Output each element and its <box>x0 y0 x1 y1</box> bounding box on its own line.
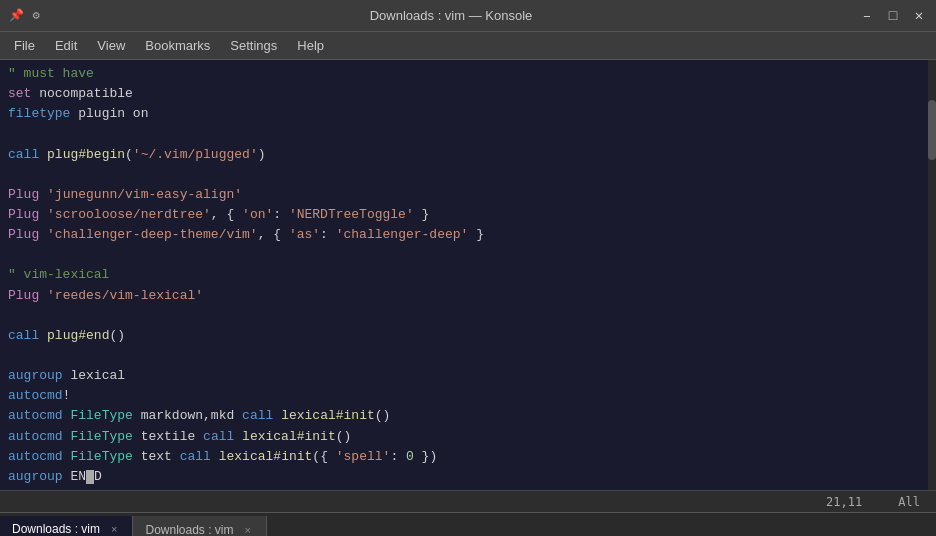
titlebar-left: 📌 ⚙ <box>8 8 44 24</box>
minimize-button[interactable]: – <box>858 7 876 25</box>
tab-0[interactable]: Downloads : vim× <box>0 516 133 536</box>
tabbar: Downloads : vim×Downloads : vim× <box>0 512 936 536</box>
tab-close-button[interactable]: × <box>242 523 254 536</box>
menu-item-view[interactable]: View <box>87 34 135 57</box>
scrollbar[interactable] <box>928 60 936 490</box>
window-title: Downloads : vim — Konsole <box>370 8 533 23</box>
code-line: filetype plugin on <box>8 104 928 124</box>
tab-close-button[interactable]: × <box>108 522 120 536</box>
code-line: autocmd! <box>8 386 928 406</box>
titlebar: 📌 ⚙ Downloads : vim — Konsole – □ ✕ <box>0 0 936 32</box>
menu-item-help[interactable]: Help <box>287 34 334 57</box>
code-line <box>8 346 928 366</box>
scrollbar-thumb[interactable] <box>928 100 936 160</box>
menu-item-edit[interactable]: Edit <box>45 34 87 57</box>
code-line: call plug#end() <box>8 326 928 346</box>
code-line <box>8 165 928 185</box>
menu-item-file[interactable]: File <box>4 34 45 57</box>
code-line: autocmd FileType text call lexical#init(… <box>8 447 928 467</box>
code-line: set nocompatible <box>8 84 928 104</box>
code-line: call plug#begin('~/.vim/plugged') <box>8 145 928 165</box>
code-line <box>8 124 928 144</box>
maximize-button[interactable]: □ <box>884 7 902 25</box>
menu-item-settings[interactable]: Settings <box>220 34 287 57</box>
code-line: autocmd FileType markdown,mkd call lexic… <box>8 406 928 426</box>
tab-label: Downloads : vim <box>12 522 100 536</box>
code-line: Plug 'junegunn/vim-easy-align' <box>8 185 928 205</box>
window-controls: – □ ✕ <box>858 7 928 25</box>
tab-1[interactable]: Downloads : vim× <box>133 516 266 536</box>
cursor-position: 21,11 All <box>826 495 920 509</box>
code-line: augroup END <box>8 467 928 487</box>
pin-icon[interactable]: 📌 <box>8 8 24 24</box>
code-line: " vim-lexical <box>8 265 928 285</box>
code-line: Plug 'challenger-deep-theme/vim', { 'as'… <box>8 225 928 245</box>
statusbar: 21,11 All <box>0 490 936 512</box>
code-content: " must haveset nocompatiblefiletype plug… <box>8 64 928 490</box>
menu-item-bookmarks[interactable]: Bookmarks <box>135 34 220 57</box>
code-line <box>8 306 928 326</box>
code-line <box>8 245 928 265</box>
tab-label: Downloads : vim <box>145 523 233 536</box>
titlebar-icons: 📌 ⚙ <box>8 8 44 24</box>
code-line: augroup lexical <box>8 366 928 386</box>
settings-icon[interactable]: ⚙ <box>28 8 44 24</box>
code-line: Plug 'scrooloose/nerdtree', { 'on': 'NER… <box>8 205 928 225</box>
code-line: autocmd FileType textile call lexical#in… <box>8 427 928 447</box>
menubar: FileEditViewBookmarksSettingsHelp <box>0 32 936 60</box>
code-line: ~ <box>8 487 928 490</box>
code-line: Plug 'reedes/vim-lexical' <box>8 286 928 306</box>
code-line: " must have <box>8 64 928 84</box>
close-button[interactable]: ✕ <box>910 7 928 25</box>
editor: " must haveset nocompatiblefiletype plug… <box>0 60 936 490</box>
